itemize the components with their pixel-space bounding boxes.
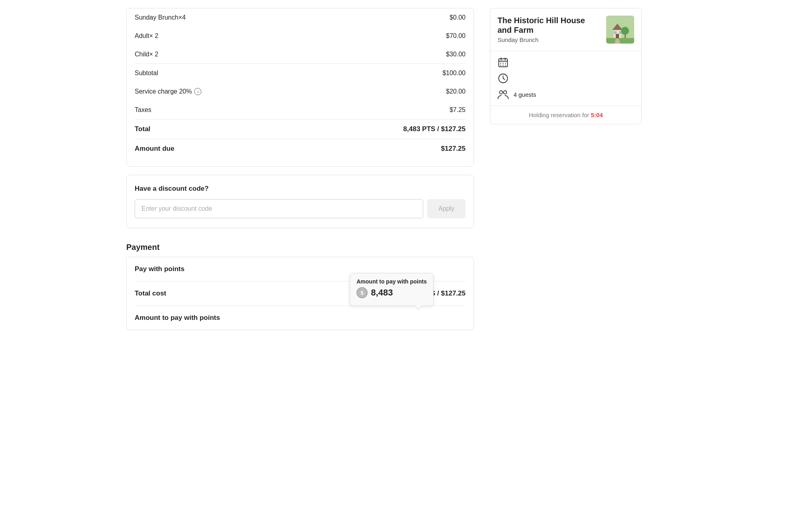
main-content: Sunday Brunch×4 $0.00 Adult× 2 $70.00 Ch… (126, 8, 474, 330)
order-row-total: Total 8,483 PTS / $127.25 (135, 119, 466, 139)
pay-with-points-label: Pay with points (135, 265, 185, 273)
service-charge-value: $20.00 (446, 88, 466, 95)
holding-time: 5:04 (591, 112, 603, 118)
svg-rect-7 (619, 32, 621, 34)
svg-rect-10 (606, 38, 634, 44)
amount-due-value: $127.25 (441, 145, 466, 153)
order-row-child: Child× 2 $30.00 (135, 45, 466, 64)
sunday-brunch-value: $0.00 (450, 14, 466, 21)
tooltip-value: $ 8,483 (356, 287, 427, 301)
svg-point-9 (621, 27, 629, 35)
discount-input-row: Apply (135, 199, 466, 218)
svg-point-25 (500, 91, 503, 94)
service-charge-label-text: Service charge 20% (135, 88, 192, 95)
payment-section: Pay with points Total cost 8,483 PTS / $… (126, 257, 474, 330)
child-label: Child× 2 (135, 51, 158, 58)
sidebar-venue-name: The Historic Hill House and Farm (498, 16, 601, 35)
total-cost-label: Total cost (135, 289, 166, 297)
discount-code-input[interactable] (135, 199, 423, 218)
sidebar-header: The Historic Hill House and Farm Sunday … (490, 8, 641, 51)
points-tooltip-popup: Amount to pay with points $ 8,483 (350, 273, 434, 306)
adult-label: Adult× 2 (135, 32, 158, 40)
svg-point-16 (500, 63, 501, 64)
payment-row-amount-to-pay: Amount to pay with points Amount to pay … (135, 306, 466, 330)
order-row-taxes: Taxes $7.25 (135, 101, 466, 119)
coin-icon: $ 8,483 (356, 287, 393, 298)
svg-point-26 (504, 91, 507, 94)
child-value: $30.00 (446, 51, 466, 58)
svg-point-21 (505, 65, 506, 66)
holding-reservation: Holding reservation for 5:04 (490, 106, 641, 124)
order-summary-section: Sunday Brunch×4 $0.00 Adult× 2 $70.00 Ch… (126, 8, 474, 167)
sidebar-title-area: The Historic Hill House and Farm Sunday … (498, 16, 601, 43)
order-row-amount-due: Amount due $127.25 (135, 139, 466, 158)
taxes-label: Taxes (135, 106, 151, 114)
discount-title: Have a discount code? (135, 185, 466, 193)
service-charge-info-icon[interactable]: i (194, 88, 201, 95)
svg-point-19 (500, 65, 501, 66)
guests-count-text: 4 guests (513, 91, 536, 98)
sidebar-thumbnail (606, 16, 634, 44)
order-row-subtotal: Subtotal $100.00 (135, 64, 466, 82)
sidebar-time-row (498, 73, 634, 84)
amount-due-label: Amount due (135, 145, 174, 153)
sidebar: The Historic Hill House and Farm Sunday … (490, 8, 642, 330)
subtotal-label: Subtotal (135, 70, 158, 77)
svg-point-18 (505, 63, 506, 64)
apply-discount-button[interactable]: Apply (427, 199, 466, 218)
subtotal-value: $100.00 (442, 70, 466, 77)
discount-section: Have a discount code? Apply (126, 175, 474, 228)
guests-icon (498, 89, 509, 100)
order-row-sunday-brunch: Sunday Brunch×4 $0.00 (135, 8, 466, 27)
tooltip-title: Amount to pay with points (356, 278, 427, 285)
sidebar-calendar-row (498, 57, 634, 68)
total-value: 8,483 PTS / $127.25 (403, 125, 466, 133)
svg-line-24 (503, 78, 505, 80)
calendar-icon (498, 57, 509, 68)
svg-point-17 (503, 63, 504, 64)
order-row-service-charge: Service charge 20% i $20.00 (135, 82, 466, 101)
sidebar-event-name: Sunday Brunch (498, 36, 601, 43)
svg-point-20 (503, 65, 504, 66)
amount-to-pay-label: Amount to pay with points (135, 314, 220, 322)
svg-rect-6 (614, 32, 616, 34)
taxes-value: $7.25 (450, 106, 466, 114)
holding-text: Holding reservation for (529, 112, 589, 118)
payment-heading: Payment (126, 236, 474, 257)
svg-text:$: $ (361, 290, 364, 296)
tooltip-arrow (414, 302, 422, 310)
total-label: Total (135, 125, 150, 133)
sidebar-details: 4 guests (490, 51, 641, 106)
order-row-adult: Adult× 2 $70.00 (135, 27, 466, 45)
clock-icon (498, 73, 509, 84)
adult-value: $70.00 (446, 32, 466, 40)
service-charge-label-container: Service charge 20% i (135, 88, 201, 95)
sidebar-card: The Historic Hill House and Farm Sunday … (490, 8, 642, 124)
sidebar-guests-row: 4 guests (498, 89, 634, 100)
sunday-brunch-label: Sunday Brunch×4 (135, 14, 186, 21)
